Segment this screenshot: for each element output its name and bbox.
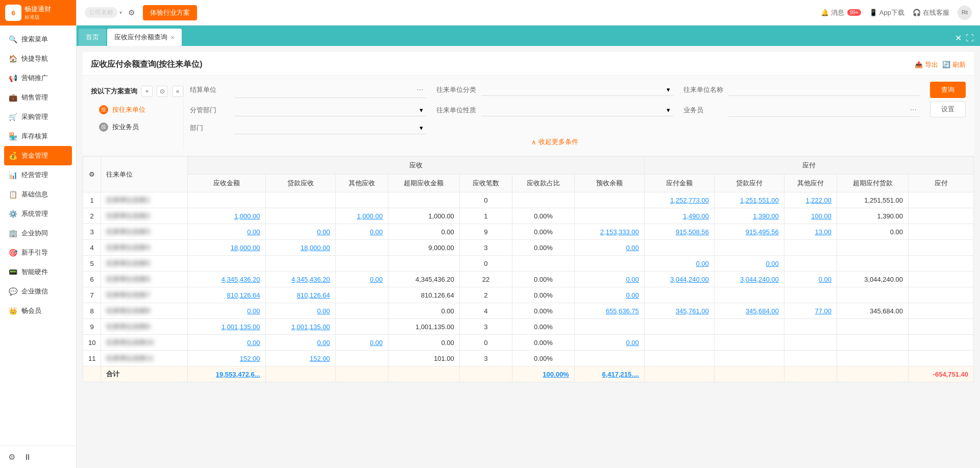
salesperson-select[interactable]: ··· [728,103,920,117]
sidebar-item-search[interactable]: 🔍 搜索菜单 [0,30,76,49]
filter-dept: 部门 ▾ [190,122,426,134]
ap-col5-header: 应付 [909,175,974,192]
sidebar-item-marketing[interactable]: 📢 营销推广 [0,68,76,88]
action-buttons: 查询 设置 [930,82,966,150]
filter-label-dept-manage: 分管部门 [190,106,231,115]
sidebar-item-finance[interactable]: 💰 资金管理 [4,146,72,165]
avatar[interactable]: Rit [958,6,972,20]
sidebar-item-wechat[interactable]: 💬 企业微信 [0,282,76,301]
ar-other-header: 其他应收 [335,175,388,192]
salesperson-dots-icon[interactable]: ··· [910,105,917,114]
logo-sub: 标准版 [24,14,51,21]
table-row: 11往来单位名称11152.00152.00101.0030.00% [83,351,974,366]
query-side-panel: 按以下方案查询 + ⊙ « 按 按往来单位 按 按业务员 [91,82,184,150]
page-header: 应收应付余额查询(按往来单位) 📤 导出 🔄 刷新 [83,52,974,76]
dept-select[interactable]: ▾ [235,122,426,134]
purchase-icon: 🛒 [8,113,17,121]
sidebar-item-purchase[interactable]: 🛒 采购管理 [0,107,76,127]
sidebar-item-member[interactable]: 👑 畅会员 [0,301,76,321]
sidebar: 6 畅捷通财 标准版 🔍 搜索菜单 🏠 快捷导航 📢 营销推广 💼 销售管理 🛒… [0,0,77,468]
message-button[interactable]: 🔔 消息 99+ [821,8,861,17]
dept-manage-select[interactable]: ▾ [235,104,426,116]
collapse-up-icon: ∧ [531,138,536,146]
home-icon: 🏠 [8,55,17,63]
sidebar-item-basic[interactable]: 📋 基础信息 [0,185,76,204]
refresh-button[interactable]: 🔄 刷新 [942,60,966,69]
ar-loan-header: 贷款应收 [265,175,335,192]
sidebar-item-system[interactable]: ⚙️ 系统管理 [0,204,76,224]
template-button[interactable]: ⊙ [157,86,168,97]
partner-category-select[interactable]: ▾ [481,84,673,96]
settle-unit-select[interactable]: ··· [235,82,426,98]
tab-arbalance[interactable]: 应收应付余额查询 ✕ [107,29,182,46]
tab-close-icon[interactable]: ✕ [170,35,175,40]
fullscreen-icon[interactable]: ⛶ [966,34,974,43]
collapse-more-button[interactable]: ∧ 收起更多条件 [190,134,920,150]
sales-icon: 💼 [8,93,17,102]
table-row: 3往来单位名称30.000.000.000.0090.00%2,153,333.… [83,224,974,240]
online-service-button[interactable]: 🎧 在线客服 [913,8,949,17]
export-button[interactable]: 📤 导出 [915,60,938,69]
filter-dept-manage: 分管部门 ▾ [190,103,426,117]
query-by-partner[interactable]: 按 按往来单位 [91,101,183,118]
add-scheme-button[interactable]: + [141,86,153,97]
solution-button[interactable]: 体验行业方案 [143,5,197,20]
table-row: 7往来单位名称7810,126.64810,126.64810,126.6420… [83,287,974,303]
query-by-salesperson[interactable]: 按 按业务员 [91,118,183,136]
search-label-row: 按以下方案查询 + ⊙ « [91,86,183,97]
settle-unit-dots-icon[interactable]: ··· [416,85,423,94]
app-download-button[interactable]: 📱 App下载 [869,8,904,17]
receivable-group-header: 应收 [188,157,645,175]
ap-overdue-header: 超期应付货款 [837,175,909,192]
sidebar-item-quick[interactable]: 🏠 快捷导航 [0,49,76,68]
header-gear-icon[interactable]: ⚙ [128,8,135,17]
query-button[interactable]: 查询 [930,82,966,98]
table-settings-icon: ⚙ [89,170,95,178]
footer-ap-prepay[interactable]: 6,417,215.... [574,366,644,382]
filter-label-dept: 部门 [190,124,231,133]
settle-unit-input[interactable] [238,84,416,95]
partner-nature-select[interactable]: ▾ [481,104,673,116]
tab-home[interactable]: 首页 [79,29,106,46]
header-actions: 🔔 消息 99+ 📱 App下载 🎧 在线客服 Rit [821,6,972,20]
filter-partner-name: 往来单位名称 [683,82,920,98]
breadcrumb-dropdown-icon[interactable]: ▾ [119,10,122,15]
download-icon: 📱 [869,9,877,16]
sidebar-item-guide[interactable]: 🎯 新手引导 [0,243,76,262]
close-window-icon[interactable]: ✕ [955,33,962,43]
bell-icon: 🔔 [821,9,829,16]
sidebar-item-management[interactable]: 📊 经营管理 [0,165,76,185]
settings-bottom-icon[interactable]: ⚙ [8,452,15,462]
management-icon: 📊 [8,171,17,179]
ap-other-header: 其他应付 [784,175,837,192]
dept-manage-arrow-icon: ▾ [420,106,423,114]
filter-settle-unit: 结算单位 ··· [190,82,426,98]
sidebar-item-sales[interactable]: 💼 销售管理 [0,88,76,107]
collapse-button[interactable]: « [172,86,183,97]
sidebar-item-corp[interactable]: 🏢 企业协同 [0,224,76,243]
table-row: 6往来单位名称64,345,436.204,345,436.200.004,34… [83,272,974,287]
footer-ar-ratio[interactable]: 100.00% [512,366,575,382]
ap-loan-header: 贷款应付 [714,175,784,192]
partner-name-input[interactable] [728,84,920,96]
sidebar-item-inventory[interactable]: 🏪 库存核算 [0,127,76,146]
footer-ap-overdue: -654,751.40 [909,366,974,382]
collapse-sidebar-icon[interactable]: ⏸ [23,453,32,462]
table-settings-header[interactable]: ⚙ [83,157,101,192]
filter-salesperson: 业务员 ··· [683,103,920,117]
footer-ar-total[interactable]: 19,553,472,6... [188,366,265,382]
sidebar-item-hardware[interactable]: 📟 智能硬件 [0,262,76,282]
filter-row-3: 部门 ▾ [190,122,920,134]
member-icon: 👑 [8,307,17,315]
finance-icon: 💰 [8,152,17,160]
partner-icon: 按 [99,105,108,114]
corp-icon: 🏢 [8,229,17,237]
filter-label-partner-nature: 往来单位性质 [436,106,477,115]
table-row: 9往来单位名称91,001,135.001,001,135.001,001,13… [83,319,974,335]
table-footer: 合计 19,553,472,6... 100.00% 6,417,215....… [83,366,974,382]
payable-group-header: 应付 [644,157,973,175]
table-wrapper: ⚙ 往来单位 应收 应付 应收金额 贷款应收 其他应收 超期应收金额 应收笔数 … [83,156,974,382]
tab-bar-right: ✕ ⛶ [949,33,980,46]
basic-icon: 📋 [8,190,17,199]
setting-button[interactable]: 设置 [930,101,966,117]
